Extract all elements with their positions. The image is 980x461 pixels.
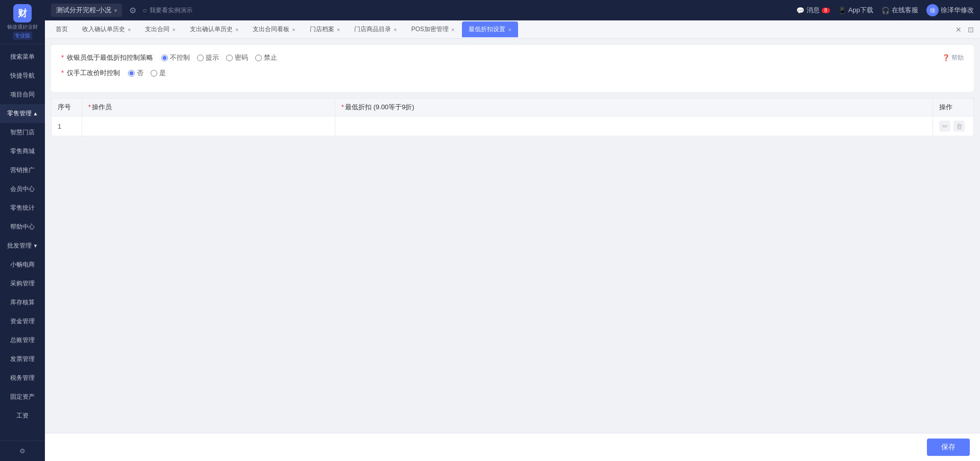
- app-version: 专业版: [13, 32, 32, 40]
- manual-price-row: * 仅手工改价时控制 否是: [61, 68, 964, 78]
- sidebar-nav: 搜索菜单快捷导航项目合同零售管理▲智慧门店零售商城营销推广会员中心零售统计帮助中…: [0, 44, 45, 441]
- tabs-actions: ✕ ⊡: [953, 25, 976, 35]
- sidebar-item-help-center[interactable]: 帮助中心: [0, 217, 45, 236]
- app-download-item[interactable]: 📱 App下载: [838, 6, 873, 15]
- app-download-icon: 📱: [838, 7, 846, 14]
- header-right: 💬 消息 8 📱 App下载 🎧 在线客服 徐 徐泽华修改: [796, 4, 974, 16]
- help-text: 帮助: [951, 54, 964, 62]
- action-icons: ✏🗑: [939, 120, 967, 132]
- tab-label: 门店商品目录: [354, 25, 391, 34]
- required-col-star: *: [341, 103, 344, 111]
- user-avatar: 徐: [926, 4, 939, 16]
- radio-manual-input-no[interactable]: [128, 70, 135, 77]
- sidebar-item-smart-store[interactable]: 智慧门店: [0, 123, 45, 142]
- message-label: 消息: [806, 6, 820, 15]
- sidebar-item-purchase[interactable]: 采购管理: [0, 274, 45, 293]
- tab-payment-confirm[interactable]: 支出确认单历史×: [183, 21, 245, 37]
- radio-manual-item-no[interactable]: 否: [128, 68, 143, 78]
- radio-input-password[interactable]: [226, 55, 233, 61]
- control-strategy-radio-group: 不控制提示密码禁止: [161, 53, 277, 62]
- sidebar-item-member-center[interactable]: 会员中心: [0, 180, 45, 199]
- sidebar-logo: 财 畅捷通好业财 专业版: [0, 0, 45, 44]
- tab-store-goods[interactable]: 门店商品目录×: [348, 21, 403, 37]
- help-icon: ❓: [942, 54, 950, 61]
- tab-close-icon[interactable]: ×: [394, 27, 397, 33]
- radio-manual-label-yes: 是: [159, 68, 166, 78]
- save-button[interactable]: 保存: [927, 439, 970, 456]
- sidebar-item-search[interactable]: 搜索菜单: [0, 47, 45, 66]
- discount-table: 序号*操作员*最低折扣 (9.00等于9折)操作 1✏🗑: [51, 98, 974, 136]
- tab-payment-contract[interactable]: 支出合同×: [138, 21, 182, 37]
- col-header-label-seq: 序号: [58, 103, 71, 111]
- cell-operator: [82, 116, 335, 136]
- project-arrow: ▾: [114, 8, 117, 13]
- col-header-operator: *操作员: [82, 99, 335, 116]
- table-row: 1✏🗑: [52, 116, 974, 136]
- sidebar-item-label: 工资: [16, 411, 29, 420]
- sidebar-settings[interactable]: ⚙: [0, 441, 45, 461]
- radio-item-password[interactable]: 密码: [226, 53, 248, 62]
- demo-link[interactable]: ○ 我要看实例演示: [142, 6, 192, 15]
- close-tab-button[interactable]: ✕: [953, 25, 964, 35]
- tab-close-icon[interactable]: ×: [292, 27, 295, 33]
- radio-manual-label-no: 否: [137, 68, 143, 78]
- edit-icon: ✏: [939, 120, 950, 132]
- tab-min-discount[interactable]: 最低折扣设置×: [462, 21, 518, 37]
- sidebar-item-salary[interactable]: 工资: [0, 406, 45, 425]
- message-item[interactable]: 💬 消息 8: [796, 6, 830, 15]
- customer-service-icon: 🎧: [881, 7, 890, 14]
- tab-close-icon[interactable]: ×: [172, 27, 175, 33]
- customer-service-item[interactable]: 🎧 在线客服: [881, 6, 918, 15]
- radio-item-no_control[interactable]: 不控制: [161, 53, 190, 62]
- tab-payment-board[interactable]: 支出合同看板×: [246, 21, 302, 37]
- tab-close-icon[interactable]: ×: [337, 27, 340, 33]
- sidebar-item-fixed-assets[interactable]: 固定资产: [0, 387, 45, 406]
- tab-store-file[interactable]: 门店档案×: [303, 21, 347, 37]
- sidebar-item-accounting[interactable]: 总账管理: [0, 331, 45, 350]
- demo-icon: ○: [142, 6, 146, 14]
- tab-income-confirm[interactable]: 收入确认单历史×: [76, 21, 137, 37]
- content-area: * 收银员低于最低折扣控制策略 不控制提示密码禁止 ❓ 帮助 * 仅手工改价时控…: [45, 39, 980, 433]
- project-selector[interactable]: 测试分开完程-小况 ▾: [51, 4, 122, 17]
- sidebar-item-label: 总账管理: [10, 336, 35, 345]
- tab-close-icon[interactable]: ×: [128, 27, 131, 33]
- radio-manual-item-yes[interactable]: 是: [151, 68, 166, 78]
- sidebar-item-retail-manage[interactable]: 零售管理▲: [0, 104, 45, 123]
- radio-input-no_control[interactable]: [161, 55, 168, 61]
- radio-manual-input-yes[interactable]: [151, 70, 157, 77]
- sidebar-item-invoice[interactable]: 发票管理: [0, 350, 45, 369]
- sidebar-item-quick-nav[interactable]: 快捷导航: [0, 66, 45, 85]
- tab-label: 支出合同: [145, 25, 169, 34]
- settings-gear-icon[interactable]: ⚙: [129, 6, 136, 15]
- sidebar-item-label: 固定资产: [10, 393, 35, 401]
- sidebar-item-tax[interactable]: 税务管理: [0, 369, 45, 387]
- user-profile[interactable]: 徐 徐泽华修改: [926, 4, 974, 16]
- table-header-row: 序号*操作员*最低折扣 (9.00等于9折)操作: [52, 99, 974, 116]
- sidebar-item-project-contract[interactable]: 项目合同: [0, 85, 45, 104]
- sidebar-item-retail-stats[interactable]: 零售统计: [0, 199, 45, 217]
- sidebar-item-label: 采购管理: [10, 279, 35, 288]
- table-card: 序号*操作员*最低折扣 (9.00等于9折)操作 1✏🗑: [51, 98, 974, 136]
- radio-item-forbid[interactable]: 禁止: [255, 53, 277, 62]
- customer-service-label: 在线客服: [892, 6, 918, 15]
- tab-label: 支出确认单历史: [190, 25, 233, 34]
- radio-input-prompt[interactable]: [197, 55, 204, 61]
- sidebar-item-retail-mall[interactable]: 零售商城: [0, 142, 45, 161]
- radio-input-forbid[interactable]: [255, 55, 262, 61]
- manual-price-radio-group: 否是: [128, 68, 166, 78]
- sidebar-item-ecommerce[interactable]: 小畅电商: [0, 255, 45, 274]
- cell-seq: 1: [52, 116, 82, 136]
- tab-close-icon[interactable]: ×: [508, 27, 511, 33]
- sidebar-item-label: 帮助中心: [10, 223, 35, 231]
- tab-pos-encrypt[interactable]: POS加密管理×: [405, 21, 461, 37]
- tab-close-icon[interactable]: ×: [451, 27, 454, 33]
- help-link[interactable]: ❓ 帮助: [942, 54, 964, 62]
- tab-home[interactable]: 首页: [49, 21, 75, 37]
- sidebar-item-inventory[interactable]: 库存核算: [0, 293, 45, 312]
- tab-close-icon[interactable]: ×: [235, 27, 238, 33]
- sidebar-item-wholesale[interactable]: 批发管理▼: [0, 236, 45, 255]
- sidebar-item-marketing[interactable]: 营销推广: [0, 161, 45, 180]
- radio-item-prompt[interactable]: 提示: [197, 53, 219, 62]
- sidebar-item-finance[interactable]: 资金管理: [0, 312, 45, 331]
- expand-tabs-button[interactable]: ⊡: [966, 25, 976, 35]
